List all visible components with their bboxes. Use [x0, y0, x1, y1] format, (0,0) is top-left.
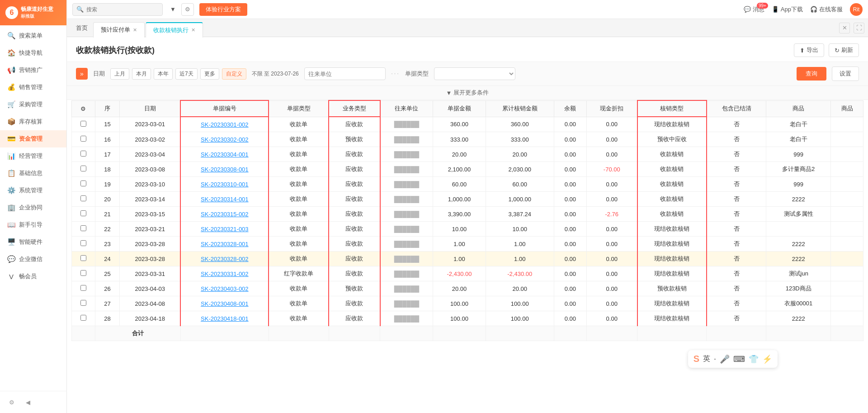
- cell-checkbox[interactable]: [72, 296, 95, 311]
- sidebar-item-operations[interactable]: 📊 经营管理: [0, 147, 66, 165]
- col-header-settings[interactable]: ⚙: [72, 100, 95, 117]
- sidebar-item-system[interactable]: ⚙️ 系统管理: [0, 182, 66, 199]
- row-checkbox[interactable]: [80, 166, 86, 171]
- settings-btn[interactable]: 设置: [832, 66, 859, 81]
- tab-collection-close[interactable]: ✕: [191, 27, 195, 33]
- online-service-btn[interactable]: 🎧 在线客服: [810, 5, 843, 14]
- sidebar-item-marketing[interactable]: 📢 营销推广: [0, 62, 66, 79]
- doc-link[interactable]: SK-20230331-002: [201, 271, 249, 277]
- cell-checkbox[interactable]: [72, 237, 95, 252]
- cell-checkbox[interactable]: [72, 207, 95, 222]
- doc-link[interactable]: SK-20230403-002: [201, 285, 249, 292]
- sidebar-item-finance[interactable]: 💳 资金管理: [0, 130, 66, 147]
- cell-checkbox[interactable]: [72, 192, 95, 207]
- sidebar-item-inventory[interactable]: 📦 库存核算: [0, 113, 66, 130]
- row-checkbox[interactable]: [80, 180, 86, 186]
- inventory-icon: 📦: [7, 118, 15, 126]
- filter-toggle-btn[interactable]: »: [76, 68, 88, 80]
- doc-link[interactable]: SK-20230304-001: [201, 151, 249, 158]
- refresh-btn[interactable]: ↻ 刷新: [829, 43, 859, 57]
- cell-checkbox[interactable]: [72, 162, 95, 177]
- sidebar-item-guide[interactable]: 📖 新手引导: [0, 216, 66, 233]
- sidebar-settings-btn[interactable]: ⚙: [5, 396, 18, 408]
- row-checkbox[interactable]: [80, 121, 86, 127]
- cell-checkbox[interactable]: [72, 177, 95, 192]
- doc-link[interactable]: SK-20230408-001: [201, 300, 249, 307]
- sidebar-item-sales[interactable]: 💰 销售管理: [0, 79, 66, 96]
- export-btn[interactable]: ⬆ 导出: [794, 43, 824, 57]
- tab-prepay-label: 预计应付单: [101, 26, 130, 34]
- filter-more-btn[interactable]: 更多: [200, 68, 219, 80]
- row-checkbox[interactable]: [80, 300, 86, 306]
- sidebar-item-quick-nav[interactable]: 🏠 快捷导航: [0, 44, 66, 62]
- row-checkbox[interactable]: [80, 136, 86, 142]
- cell-checkbox[interactable]: [72, 252, 95, 266]
- cell-checkbox[interactable]: [72, 311, 95, 326]
- topbar-search-box[interactable]: 🔍: [72, 3, 163, 16]
- doc-link[interactable]: SK-20230301-002: [201, 121, 249, 128]
- tab-home[interactable]: 首页: [71, 24, 93, 32]
- app-download-btn[interactable]: 📱 App下载: [772, 5, 803, 14]
- messages-btn[interactable]: 💬 消息 99+: [744, 5, 764, 14]
- row-checkbox[interactable]: [80, 285, 86, 291]
- filter-doctype-select[interactable]: [434, 67, 515, 80]
- query-btn[interactable]: 查询: [797, 67, 826, 81]
- doc-link[interactable]: SK-20230314-001: [201, 196, 249, 203]
- filter-7days-btn[interactable]: 近7天: [175, 68, 198, 80]
- row-checkbox[interactable]: [80, 151, 86, 157]
- doc-link[interactable]: SK-20230328-001: [201, 241, 249, 247]
- cell-biztype: 应收款: [329, 147, 380, 162]
- filter-custom-btn[interactable]: 自定义: [222, 68, 246, 80]
- topbar-dropdown[interactable]: ▼: [168, 6, 176, 13]
- sidebar-collapse-btn[interactable]: ◀: [22, 396, 34, 408]
- cell-checkbox[interactable]: [72, 281, 95, 296]
- cell-balance: 0.00: [554, 222, 586, 237]
- doc-link[interactable]: SK-20230302-002: [201, 136, 249, 143]
- row-checkbox[interactable]: [80, 240, 86, 246]
- sidebar-item-wechat[interactable]: 💬 企业微信: [0, 251, 66, 268]
- doc-link[interactable]: SK-20230328-002: [201, 256, 249, 262]
- user-avatar[interactable]: Rit: [850, 3, 863, 16]
- row-checkbox[interactable]: [80, 270, 86, 276]
- row-checkbox[interactable]: [80, 225, 86, 231]
- topbar-gear-btn[interactable]: ⚙: [181, 3, 194, 16]
- cell-balance: 0.00: [554, 311, 586, 326]
- tab-collection[interactable]: 收款核销执行 ✕: [146, 22, 203, 38]
- doc-link[interactable]: SK-20230321-003: [201, 226, 249, 233]
- doc-link[interactable]: SK-20230310-001: [201, 181, 249, 188]
- member-icon: V: [7, 273, 15, 280]
- doc-link[interactable]: SK-20230418-001: [201, 315, 249, 322]
- row-checkbox[interactable]: [80, 210, 86, 216]
- sidebar-item-enterprise[interactable]: 🏢 企业协同: [0, 199, 66, 216]
- expand-tab-btn[interactable]: ⛶: [854, 23, 864, 33]
- row-checkbox[interactable]: [80, 315, 86, 321]
- solution-btn[interactable]: 体验行业方案: [199, 3, 247, 16]
- filter-this-year-btn[interactable]: 本年: [154, 68, 173, 80]
- cell-checkbox[interactable]: [72, 147, 95, 162]
- total-balance: [554, 326, 586, 341]
- sidebar-item-member[interactable]: V 畅会员: [0, 268, 66, 285]
- row-checkbox[interactable]: [80, 195, 86, 201]
- sidebar-item-purchase[interactable]: 🛒 采购管理: [0, 96, 66, 113]
- cell-partner: ██████: [380, 207, 433, 222]
- cell-checkbox[interactable]: [72, 117, 95, 132]
- row-checkbox[interactable]: [80, 255, 86, 261]
- sidebar-item-search-menu[interactable]: 🔍 搜索菜单: [0, 27, 66, 44]
- cell-no: 15: [95, 117, 119, 132]
- cell-checkbox[interactable]: [72, 132, 95, 147]
- doc-link[interactable]: SK-20230308-001: [201, 166, 249, 173]
- tab-prepay-close[interactable]: ✕: [133, 27, 137, 33]
- close-tab-btn[interactable]: ✕: [839, 23, 850, 33]
- expand-conditions-btn[interactable]: ▼ 展开更多条件: [446, 89, 489, 97]
- cell-include-settled: 否: [707, 207, 766, 222]
- filter-last-month-btn[interactable]: 上月: [110, 68, 129, 80]
- cell-checkbox[interactable]: [72, 266, 95, 281]
- filter-partner-input[interactable]: [304, 67, 386, 80]
- sidebar-item-hardware[interactable]: 🖥️ 智能硬件: [0, 233, 66, 251]
- tab-prepay[interactable]: 预计应付单 ✕: [93, 22, 145, 38]
- topbar-search-input[interactable]: [86, 6, 150, 13]
- cell-checkbox[interactable]: [72, 222, 95, 237]
- sidebar-item-basic[interactable]: 📋 基础信息: [0, 165, 66, 182]
- filter-this-month-btn[interactable]: 本月: [132, 68, 151, 80]
- doc-link[interactable]: SK-20230315-002: [201, 211, 249, 218]
